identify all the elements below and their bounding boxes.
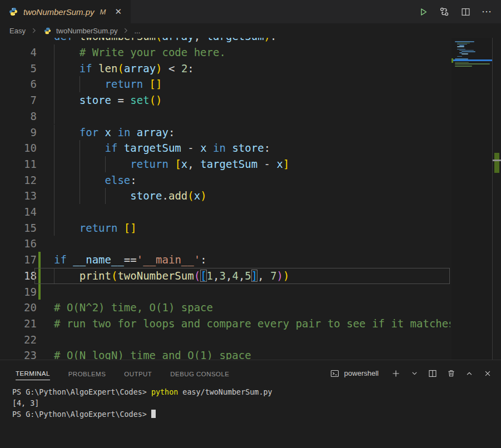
- terminal-icon: [329, 368, 340, 379]
- code-line[interactable]: store.add(x): [0, 188, 450, 204]
- minimap-line: [455, 66, 472, 67]
- panel-header: TERMINAL PROBLEMS OUTPUT DEBUG CONSOLE p…: [0, 360, 501, 386]
- tab-debug-console[interactable]: DEBUG CONSOLE: [170, 367, 229, 380]
- overview-ruler[interactable]: [492, 38, 501, 360]
- python-file-icon-small: [42, 25, 53, 36]
- code-line[interactable]: return []: [0, 76, 450, 92]
- chevron-right-icon: [120, 25, 131, 36]
- breadcrumb-symbol[interactable]: ...: [134, 27, 140, 35]
- close-panel-icon[interactable]: [482, 368, 493, 379]
- minimap-line: [457, 56, 462, 57]
- chevron-right-icon: [28, 25, 39, 36]
- code-line[interactable]: return []: [0, 220, 450, 236]
- open-changes-icon[interactable]: [439, 6, 450, 17]
- breadcrumb-file[interactable]: twoNumberSum.py: [56, 27, 118, 35]
- code-line[interactable]: def twoNumberSum(array, targetSum):: [0, 38, 450, 44]
- code-line[interactable]: return [x, targetSum - x]: [0, 156, 450, 172]
- tab-problems[interactable]: PROBLEMS: [68, 367, 106, 380]
- terminal-line: [4, 3]: [12, 398, 499, 409]
- code-line[interactable]: else:: [0, 172, 450, 188]
- indent-guide: [54, 108, 54, 125]
- terminal-content[interactable]: PS G:\Python\AlgoExpert\Codes> python ea…: [12, 387, 499, 448]
- indent-guide: [54, 204, 54, 220]
- code-line[interactable]: [0, 108, 450, 125]
- new-terminal-icon[interactable]: [390, 368, 401, 379]
- code-line[interactable]: [0, 236, 450, 252]
- minimap-line: [462, 53, 468, 54]
- bottom-panel: TERMINAL PROBLEMS OUTPUT DEBUG CONSOLE p…: [0, 360, 501, 448]
- minimap-line: [455, 41, 474, 42]
- split-editor-icon[interactable]: [460, 6, 471, 17]
- terminal-cursor: [151, 410, 156, 418]
- git-modified-badge: M: [100, 8, 106, 16]
- code-line[interactable]: # O(N^2) time, O(1) space: [0, 300, 450, 316]
- kill-terminal-trash-icon[interactable]: [445, 368, 457, 379]
- shell-label: powershell: [344, 369, 379, 377]
- code-line[interactable]: if __name__=='__main__':: [0, 252, 450, 268]
- code-line[interactable]: print(twoNumberSum([1,3,4,5], 7)): [0, 268, 450, 284]
- code-viewport[interactable]: def twoNumberSum(array, targetSum): # Wr…: [0, 38, 450, 360]
- code-line[interactable]: [0, 284, 450, 300]
- tab-twoNumberSum[interactable]: twoNumberSum.py M ✕: [0, 0, 131, 23]
- ruler-cursor-marker: [493, 160, 501, 161]
- tab-bar-empty-space: [131, 0, 418, 23]
- code-line[interactable]: if len(array) < 2:: [0, 61, 450, 77]
- ruler-modified-marker: [494, 153, 499, 173]
- run-python-file-icon[interactable]: [418, 6, 429, 17]
- minimap-current-line: [452, 59, 492, 61]
- code-line[interactable]: # O(N logN) time and O(1) space: [0, 347, 450, 360]
- minimap-line: [455, 63, 490, 64]
- code-line[interactable]: [0, 204, 450, 220]
- tab-output[interactable]: OUTPUT: [124, 367, 152, 380]
- terminal-line: PS G:\Python\AlgoExpert\Codes>: [12, 409, 499, 420]
- panel-tabs: TERMINAL PROBLEMS OUTPUT DEBUG CONSOLE: [16, 366, 229, 380]
- python-file-icon: [8, 6, 19, 17]
- maximize-panel-chevron-up-icon[interactable]: [464, 368, 475, 379]
- chevron-down-icon[interactable]: [409, 368, 420, 379]
- shell-selector[interactable]: powershell: [329, 368, 379, 379]
- code-line[interactable]: [0, 332, 450, 348]
- vscode-window: twoNumberSum.py M ✕ ⋯: [0, 0, 501, 448]
- panel-actions: powershell: [329, 368, 493, 379]
- code-line[interactable]: for x in array:: [0, 125, 450, 141]
- code-line[interactable]: # Write your code here.: [0, 44, 450, 61]
- split-terminal-icon[interactable]: [427, 368, 438, 379]
- tab-filename: twoNumberSum.py: [23, 7, 95, 17]
- code-line[interactable]: if targetSum - x in store:: [0, 140, 450, 156]
- terminal-line: PS G:\Python\AlgoExpert\Codes> python ea…: [12, 387, 499, 398]
- editor-tab-bar: twoNumberSum.py M ✕ ⋯: [0, 0, 501, 23]
- editor-actions: ⋯: [418, 0, 501, 23]
- tab-terminal[interactable]: TERMINAL: [16, 366, 50, 380]
- code-line[interactable]: store = set(): [0, 92, 450, 108]
- breadcrumb-folder[interactable]: Easy: [9, 27, 26, 35]
- code-editor[interactable]: 4567891011121314151617181920212223 def t…: [0, 38, 501, 360]
- breadcrumb: Easy twoNumberSum.py ...: [0, 23, 501, 38]
- minimap-line: [457, 46, 464, 47]
- minimap[interactable]: [452, 38, 492, 360]
- code-line[interactable]: # run two for loops and compare every pa…: [0, 316, 450, 332]
- tab-close-icon[interactable]: ✕: [115, 7, 122, 17]
- minimap-line: [462, 51, 475, 52]
- minimap-modified-indicator: [452, 58, 453, 63]
- more-actions-icon[interactable]: ⋯: [481, 6, 492, 17]
